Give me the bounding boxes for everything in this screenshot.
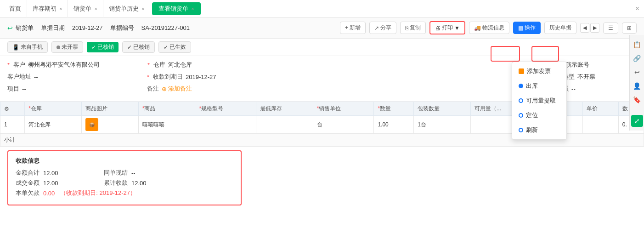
add-note-button[interactable]: ⊕ 添加备注 [162, 85, 192, 93]
due-value: 0.00 [43, 190, 55, 197]
row-index: 1 [0, 116, 25, 134]
effect-button[interactable]: ✓ 已生效 [158, 41, 191, 53]
customer-value[interactable]: 柳州粤港平安气体有限公司 [28, 61, 100, 69]
sold-icon: ✓ [127, 44, 132, 51]
next-button[interactable]: ▶ [590, 23, 599, 33]
payment-row-2: 成交金额 12.00 累计收款 12.00 [16, 179, 233, 187]
tab-sales-history[interactable]: 销货单历史 × [103, 0, 150, 17]
settings-col-header[interactable]: ⚙ [0, 102, 25, 116]
invoice-type-value: 不开票 [577, 73, 595, 81]
sidebar-return-icon[interactable]: ↩ [631, 66, 643, 78]
close-view-sales-tab[interactable]: × [191, 6, 194, 11]
row-warehouse[interactable]: 河北仓库 [25, 116, 82, 134]
warehouse-required: * [147, 62, 150, 68]
qty-col-header: *数量 [374, 102, 414, 116]
warehouse-col-header: *仓库 [25, 102, 82, 116]
row-min-stock [256, 116, 313, 134]
nav-arrows: ◀ ▶ [580, 23, 599, 33]
close-sales-tab[interactable]: × [94, 6, 97, 11]
copy-icon: ⎘ [405, 25, 408, 31]
print-button[interactable]: 🖨 打印 ▼ [429, 21, 465, 34]
number-value: SA-20191227-001 [141, 24, 190, 31]
image-col-header: 商品图片 [82, 102, 139, 116]
print-icon: 🖨 [435, 25, 441, 31]
orange-box-icon [519, 68, 524, 74]
confirm-icon: ✓ [91, 44, 96, 51]
available-qty-item[interactable]: 可用量提取 [512, 93, 566, 108]
share-button[interactable]: ↗ 分享 [369, 22, 396, 34]
copy-button[interactable]: ⎘ 复制 [400, 22, 426, 34]
doc-meta: 单据日期 2019-12-27 单据编号 SA-20191227-001 [41, 24, 190, 32]
sidebar-user-icon[interactable]: 👤 [631, 80, 643, 92]
view-toggle-grid[interactable]: ⊞ [622, 23, 637, 34]
not-open-dot [56, 46, 60, 49]
mobile-icon: 📱 [12, 44, 19, 51]
staff2-value: -- [571, 85, 576, 92]
sidebar-clipboard-icon[interactable]: 📋 [631, 39, 643, 51]
row-spec[interactable] [195, 116, 256, 134]
from-mobile-button[interactable]: 📱 来自手机 [7, 41, 48, 53]
sidebar-expand-icon[interactable]: ⤢ [631, 115, 643, 127]
payment-date-value[interactable]: 2019-12-27 [186, 74, 216, 80]
staff-value: 演示账号 [565, 61, 589, 69]
window-close-button[interactable]: × [635, 5, 639, 13]
price-col-header: 单价 [582, 102, 618, 116]
payment-date-required: * [147, 74, 149, 80]
operate-button[interactable]: ▦ 操作 [513, 22, 541, 34]
out-stock-item[interactable]: 出库 [512, 79, 566, 93]
locate-item[interactable]: 定位 [512, 108, 566, 123]
row-product[interactable]: 嘻嘻嘻嘻 [138, 116, 195, 134]
row-image: 📦 [82, 116, 139, 134]
close-inventory-tab[interactable]: × [59, 6, 62, 11]
tab-view-sales[interactable]: 查看销货单 × [152, 2, 200, 15]
add-invoice-item[interactable]: 添加发票 [512, 64, 566, 79]
confirm-button[interactable]: ✓ 已核销 [87, 42, 119, 52]
row-price[interactable] [582, 116, 618, 134]
sold-button[interactable]: ✓ 已核销 [122, 41, 155, 53]
cumulative-value: 12.00 [131, 180, 147, 187]
pkg-qty-col-header: 包装数量 [414, 102, 471, 116]
logistics-button[interactable]: 🚚 物流信息 [469, 22, 509, 34]
product-image: 📦 [85, 118, 98, 131]
customer-field: * 客户 柳州粤港平安气体有限公司 [7, 61, 100, 69]
plus-icon: ⊕ [162, 85, 167, 92]
gear-icon: ⚙ [4, 106, 9, 112]
doc-type-label: 销货单 [16, 24, 34, 32]
outline-dot-icon-3 [519, 128, 523, 132]
payment-date-field: * 收款到期日 2019-12-27 [147, 73, 239, 81]
spec-col-header: *规格型号 [195, 102, 256, 116]
project-value[interactable]: -- [22, 85, 26, 92]
right-sidebar: 📋 🔗 ↩ 👤 🔖 ⤢ [629, 35, 644, 131]
view-toggle-list[interactable]: ☰ [603, 23, 618, 34]
refresh-item[interactable]: 刷新 [512, 123, 566, 137]
row-pkg-qty[interactable]: 1台 [414, 116, 471, 134]
row-unit[interactable]: 台 [313, 116, 374, 134]
prev-button[interactable]: ◀ [580, 23, 589, 33]
note-field: 备注 ⊕ 添加备注 [147, 85, 239, 93]
not-open-button[interactable]: 未开票 [51, 41, 83, 53]
date-label: 单据日期 [41, 24, 65, 32]
truck-icon: 🚚 [474, 25, 481, 31]
new-button[interactable]: + 新增 [340, 22, 366, 34]
sidebar-link-icon[interactable]: 🔗 [631, 52, 643, 64]
tab-sales[interactable]: 销货单 × [68, 0, 103, 17]
payment-title: 收款信息 [16, 157, 233, 165]
min-stock-col-header: 最低库存 [256, 102, 313, 116]
sidebar-bookmark-icon[interactable]: 🔖 [631, 94, 643, 106]
tab-inventory[interactable]: 库存期初 × [27, 0, 68, 17]
close-sales-history-tab[interactable]: × [141, 6, 144, 11]
address-field: 客户地址 -- [7, 73, 99, 81]
doc-title: ↩ 销货单 [7, 24, 34, 32]
number-label: 单据编号 [110, 24, 134, 32]
tab-home[interactable]: 首页 [4, 0, 27, 17]
operate-dropdown-menu: 添加发票 出库 可用量提取 定位 刷新 [512, 62, 567, 140]
payment-info-box: 收款信息 金额合计 12.00 同单现结 -- 成交金额 12.00 累计收款 [7, 150, 242, 205]
date-value: 2019-12-27 [72, 24, 103, 31]
row-qty[interactable]: 1.00 [374, 116, 414, 134]
same-order-value: -- [131, 170, 136, 177]
address-value[interactable]: -- [34, 74, 38, 80]
outline-dot-icon-2 [519, 113, 523, 118]
warehouse-value[interactable]: 河北仓库 [168, 61, 192, 69]
history-button[interactable]: 历史单据 [544, 22, 576, 34]
due-amount: 本单欠款 0.00 （收款到期日: 2019-12-27） [16, 189, 136, 197]
